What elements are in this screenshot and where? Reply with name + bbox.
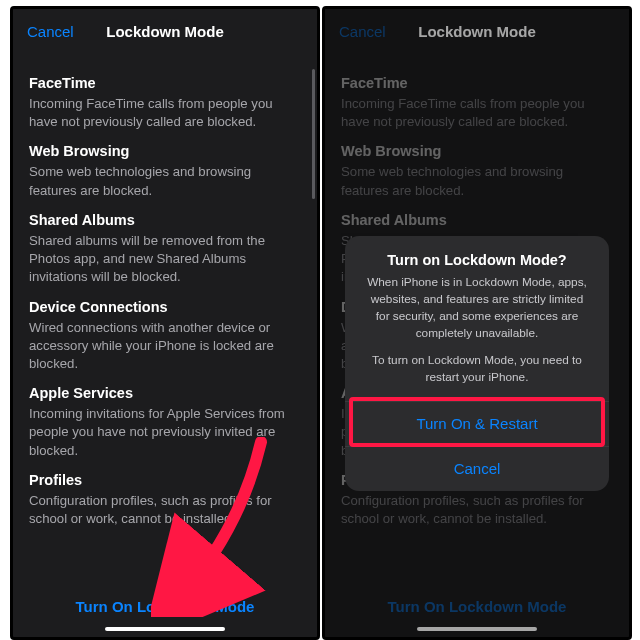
section-body: Wired connections with another device or… — [29, 319, 301, 374]
section-title: Web Browsing — [29, 143, 301, 159]
section-title: FaceTime — [29, 75, 301, 91]
alert-message: To turn on Lockdown Mode, you need to re… — [363, 352, 591, 386]
section-body: Some web technologies and browsing featu… — [29, 163, 301, 199]
content-scroll[interactable]: FaceTimeIncoming FaceTime calls from peo… — [13, 53, 317, 637]
section-title: Profiles — [29, 472, 301, 488]
section-body: Incoming invitations for Apple Services … — [29, 405, 301, 460]
cancel-button[interactable]: Cancel — [27, 23, 74, 40]
turn-on-lockdown-button[interactable]: Turn On Lockdown Mode — [13, 598, 317, 615]
alert-title: Turn on Lockdown Mode? — [363, 252, 591, 268]
section-body: Incoming FaceTime calls from people you … — [29, 95, 301, 131]
confirmation-alert: Turn on Lockdown Mode? When iPhone is in… — [345, 236, 609, 491]
section-body: Configuration profiles, such as profiles… — [29, 492, 301, 528]
turn-on-and-restart-button[interactable]: Turn On & Restart — [345, 401, 609, 446]
page-title: Lockdown Mode — [106, 23, 224, 40]
section-title: Device Connections — [29, 299, 301, 315]
alert-cancel-button[interactable]: Cancel — [345, 446, 609, 491]
section-body: Shared albums will be removed from the P… — [29, 232, 301, 287]
alert-message: When iPhone is in Lockdown Mode, apps, w… — [363, 274, 591, 342]
section-title: Shared Albums — [29, 212, 301, 228]
nav-bar: Cancel Lockdown Mode — [13, 9, 317, 54]
phone-screen-right: Cancel Lockdown Mode FaceTimeIncoming Fa… — [322, 6, 632, 640]
section-title: Apple Services — [29, 385, 301, 401]
home-indicator[interactable] — [105, 627, 225, 631]
phone-screen-left: Cancel Lockdown Mode FaceTimeIncoming Fa… — [10, 6, 320, 640]
scroll-indicator — [312, 69, 315, 199]
